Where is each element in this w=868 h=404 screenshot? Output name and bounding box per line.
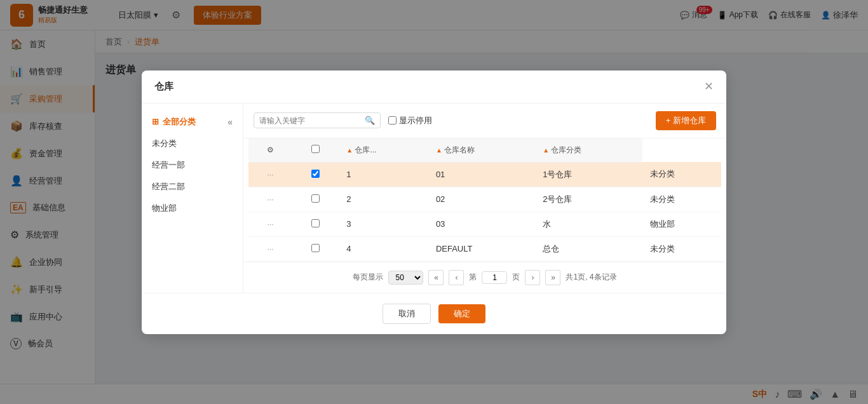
row-category: 未分类	[642, 236, 721, 261]
cancel-button[interactable]: 取消	[383, 304, 431, 324]
row-id: 4	[339, 236, 428, 261]
th-name: ▲ 仓库名称	[428, 138, 535, 163]
row-id: 2	[339, 187, 428, 212]
row-name: 水	[535, 212, 642, 236]
show-disabled-checkbox[interactable]	[388, 116, 397, 125]
prev-page-button[interactable]: ‹	[449, 270, 464, 285]
modal-footer: 取消 确定	[142, 293, 726, 334]
warehouse-modal: 仓库 ✕ ⊞ 全部分类 « 未分类 经营一部 经营二部	[142, 71, 726, 334]
row-checkbox-cell[interactable]	[292, 236, 339, 261]
row-id: 3	[339, 212, 428, 236]
th-code: ▲ 仓库...	[339, 138, 428, 163]
first-page-button[interactable]: «	[428, 270, 444, 285]
per-page-label: 每页显示	[353, 272, 383, 283]
table-row[interactable]: ··· 1 01 1号仓库 未分类	[248, 162, 721, 187]
row-code: 03	[428, 212, 535, 236]
category-item-property[interactable]: 物业部	[142, 198, 243, 219]
modal-header: 仓库 ✕	[142, 71, 726, 104]
show-disabled-checkbox-label[interactable]: 显示停用	[388, 115, 432, 126]
pagination: 每页显示 50 100 « ‹ 第 页 › » 共1页, 4条记录	[243, 262, 726, 293]
warehouse-table: ⚙ ▲ 仓库... ▲ 仓库名称 ▲ 仓库分类 ··· 1 01 1号	[248, 138, 721, 262]
th-settings: ⚙	[248, 138, 292, 163]
right-panel: 🔍 显示停用 + 新增仓库 ⚙	[243, 104, 726, 293]
category-all-header[interactable]: ⊞ 全部分类 «	[142, 111, 243, 133]
next-page-button[interactable]: ›	[525, 270, 540, 285]
page-unit: 页	[512, 272, 520, 283]
search-box: 🔍	[254, 112, 381, 128]
table-row[interactable]: ··· 2 02 2号仓库 未分类	[248, 187, 721, 212]
page-number-input[interactable]	[482, 271, 507, 284]
row-name: 总仓	[535, 236, 642, 261]
row-checkbox[interactable]	[311, 219, 320, 227]
collapse-icon[interactable]: «	[227, 117, 233, 127]
row-code: DEFAULT	[428, 236, 535, 261]
search-input[interactable]	[259, 116, 361, 125]
last-page-button[interactable]: »	[545, 270, 560, 285]
category-item-unclassified[interactable]: 未分类	[142, 133, 243, 154]
modal-overlay: 仓库 ✕ ⊞ 全部分类 « 未分类 经营一部 经营二部	[0, 0, 868, 404]
row-category: 未分类	[642, 187, 721, 212]
select-all-checkbox[interactable]	[311, 145, 320, 153]
modal-toolbar: 🔍 显示停用 + 新增仓库	[243, 104, 726, 138]
row-category: 物业部	[642, 212, 721, 236]
modal-close-button[interactable]: ✕	[704, 81, 714, 92]
category-all-label: 全部分类	[163, 116, 196, 128]
table-row[interactable]: ··· 4 DEFAULT 总仓 未分类	[248, 236, 721, 261]
row-checkbox-cell[interactable]	[292, 187, 339, 212]
row-checkbox[interactable]	[311, 244, 320, 252]
row-name: 1号仓库	[535, 162, 642, 187]
table-row[interactable]: ··· 3 03 水 物业部	[248, 212, 721, 236]
modal-title: 仓库	[154, 81, 173, 93]
table-area: ⚙ ▲ 仓库... ▲ 仓库名称 ▲ 仓库分类 ··· 1 01 1号	[243, 138, 726, 262]
grid-icon: ⊞	[152, 117, 159, 126]
th-category: ▲ 仓库分类	[535, 138, 642, 163]
row-checkbox[interactable]	[311, 194, 320, 203]
search-icon: 🔍	[365, 116, 375, 125]
row-checkbox-cell[interactable]	[292, 162, 339, 187]
category-item-biz2[interactable]: 经营二部	[142, 176, 243, 198]
page-label: 第	[469, 272, 477, 283]
total-records-label: 共1页, 4条记录	[566, 272, 616, 283]
row-settings-icon[interactable]: ···	[248, 162, 292, 187]
row-checkbox[interactable]	[311, 170, 320, 178]
row-category: 未分类	[642, 162, 721, 187]
modal-body: ⊞ 全部分类 « 未分类 经营一部 经营二部 物业部	[142, 104, 726, 293]
row-settings-icon[interactable]: ···	[248, 236, 292, 261]
confirm-button[interactable]: 确定	[438, 304, 485, 323]
show-disabled-label: 显示停用	[399, 115, 432, 126]
th-checkbox	[292, 138, 339, 163]
add-warehouse-button[interactable]: + 新增仓库	[656, 111, 716, 130]
row-settings-icon[interactable]: ···	[248, 187, 292, 212]
row-id: 1	[339, 162, 428, 187]
row-checkbox-cell[interactable]	[292, 212, 339, 236]
row-settings-icon[interactable]: ···	[248, 212, 292, 236]
row-code: 02	[428, 187, 535, 212]
row-name: 2号仓库	[535, 187, 642, 212]
category-panel: ⊞ 全部分类 « 未分类 经营一部 经营二部 物业部	[142, 104, 243, 293]
category-item-biz1[interactable]: 经营一部	[142, 154, 243, 176]
row-code: 01	[428, 162, 535, 187]
per-page-select[interactable]: 50 100	[388, 271, 423, 285]
